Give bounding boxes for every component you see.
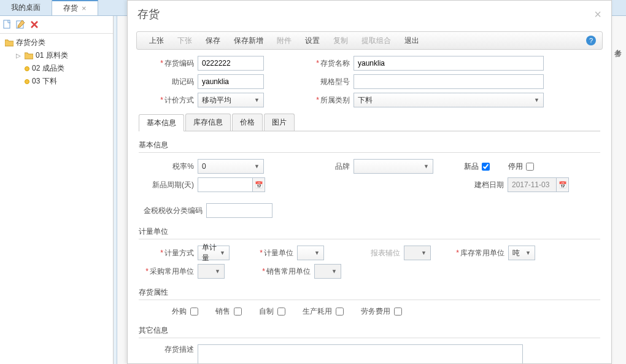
caret-icon: ▼ [254, 163, 260, 169]
caret-icon: ▼ [534, 97, 539, 103]
svg-rect-0 [4, 20, 10, 28]
consume-label: 生产耗用 [303, 306, 332, 317]
caret-icon: ▼ [525, 250, 531, 256]
delete-icon[interactable] [29, 20, 39, 29]
outsource-label: 外购 [172, 306, 187, 317]
desc-label: 存货描述 [164, 345, 194, 354]
pricing-select[interactable]: 移动平均▼ [198, 93, 264, 107]
copy-button: 复制 [327, 34, 354, 48]
tree-root-label: 存货分类 [16, 37, 45, 48]
outsource-checkbox[interactable] [190, 308, 198, 316]
stock-unit-label: 库存常用单位 [460, 249, 504, 257]
close-icon[interactable]: × [82, 4, 87, 13]
caret-icon: ▼ [220, 250, 225, 256]
tab-inventory[interactable]: 存货 × [52, 0, 98, 15]
create-date-label: 建档日期 [474, 180, 504, 189]
help-icon[interactable]: ? [586, 36, 596, 45]
tax-select[interactable]: 0▼ [198, 159, 264, 174]
calendar-icon[interactable]: 📅 [253, 177, 265, 192]
settings-button[interactable]: 设置 [299, 34, 326, 48]
next-button: 下张 [171, 34, 198, 48]
category-tree: 存货分类 ▷ 01 原料类 02 成品类 03 下料 [0, 34, 113, 90]
tab-image[interactable]: 图片 [264, 114, 295, 131]
bullet-icon [25, 66, 29, 71]
tab-basic[interactable]: 基本信息 [139, 114, 184, 131]
code-label: 存货编码 [164, 59, 194, 68]
tree-root[interactable]: 存货分类 [1, 36, 112, 49]
tab-price[interactable]: 价格 [232, 114, 263, 131]
calendar-icon[interactable]: 📅 [557, 177, 569, 192]
sale-label: 销售 [215, 306, 230, 317]
save-button[interactable]: 保存 [199, 34, 226, 48]
caret-icon: ▼ [215, 268, 220, 274]
tree-item-label: 02 成品类 [32, 63, 64, 74]
basic-section-title: 基本信息 [139, 140, 600, 153]
unit-method-label: 计量方式 [164, 249, 194, 257]
caret-icon: ▼ [423, 163, 429, 169]
unit-section-title: 计量单位 [139, 227, 600, 239]
sale-checkbox[interactable] [234, 308, 242, 316]
report-unit-label: 报表辅位 [371, 249, 400, 257]
stock-unit-select[interactable]: 吨▼ [508, 246, 535, 260]
folder-icon [5, 39, 14, 47]
stop-checkbox[interactable] [526, 163, 534, 171]
spec-label: 规格型号 [320, 77, 350, 86]
tree-item-raw[interactable]: ▷ 01 原料类 [1, 49, 112, 62]
attr-section-title: 存货属性 [139, 287, 600, 300]
unit-label: 计量单位 [264, 249, 293, 257]
tab-inventory-label: 存货 [63, 3, 78, 14]
save-new-button[interactable]: 保存新增 [228, 34, 269, 48]
consume-checkbox[interactable] [336, 308, 344, 316]
mnemonic-input[interactable] [198, 74, 264, 89]
tax-label: 税率% [172, 162, 194, 171]
unit-method-select[interactable]: 单计量▼ [198, 246, 230, 260]
labor-label: 劳务费用 [361, 306, 390, 317]
name-label: 存货名称 [320, 59, 350, 68]
selfmade-checkbox[interactable] [277, 308, 285, 316]
category-label: 所属类别 [320, 96, 350, 104]
dialog-title: 存货 [137, 7, 160, 21]
period-input[interactable] [198, 177, 253, 192]
stop-label: 停用 [508, 161, 523, 172]
edit-icon[interactable] [16, 20, 26, 29]
mnemonic-label: 助记码 [172, 77, 194, 86]
tree-item-finished[interactable]: 02 成品类 [1, 62, 112, 75]
inventory-dialog: 存货 × 上张 下张 保存 保存新增 附件 设置 复制 提取组合 退出 ? *存… [127, 0, 612, 364]
name-input[interactable] [354, 56, 544, 71]
new-icon[interactable] [2, 20, 12, 29]
attach-button: 附件 [271, 34, 298, 48]
sale-unit-select[interactable]: ▼ [314, 264, 341, 279]
caret-icon: ▼ [254, 97, 260, 103]
report-unit-select: ▼ [404, 246, 431, 260]
new-checkbox[interactable] [482, 163, 490, 171]
sub-tab-bar: 基本信息 库存信息 价格 图片 [139, 114, 600, 131]
spec-input[interactable] [354, 74, 544, 89]
golden-tax-input[interactable] [206, 203, 272, 218]
exit-button[interactable]: 退出 [398, 34, 425, 48]
tree-item-offcut[interactable]: 03 下料 [1, 75, 112, 88]
prev-button[interactable]: 上张 [143, 34, 170, 48]
category-select[interactable]: 下料▼ [354, 93, 544, 107]
bullet-icon [25, 79, 29, 84]
caret-icon: ▼ [421, 250, 427, 256]
tree-item-label: 01 原料类 [36, 50, 68, 61]
extract-button: 提取组合 [355, 34, 397, 48]
brand-label: 品牌 [335, 162, 350, 171]
desc-textarea[interactable] [198, 344, 523, 363]
unit-select[interactable]: ▼ [297, 246, 324, 260]
create-date-input [508, 177, 557, 192]
period-label: 新品周期(天) [152, 180, 194, 189]
new-label: 新品 [464, 161, 479, 172]
expand-icon[interactable]: ▷ [16, 52, 22, 59]
code-input[interactable] [198, 56, 264, 71]
tab-desktop-label: 我的桌面 [11, 2, 41, 13]
tab-desktop[interactable]: 我的桌面 [0, 0, 52, 15]
dialog-close-icon[interactable]: × [594, 7, 601, 21]
selfmade-label: 自制 [259, 306, 274, 317]
other-section-title: 其它信息 [139, 325, 600, 338]
tab-stock[interactable]: 库存信息 [185, 114, 231, 131]
brand-select[interactable]: ▼ [354, 159, 433, 174]
purchase-unit-select[interactable]: ▼ [198, 264, 225, 279]
dialog-toolbar: 上张 下张 保存 保存新增 附件 设置 复制 提取组合 退出 ? [136, 31, 603, 50]
labor-checkbox[interactable] [394, 308, 402, 316]
